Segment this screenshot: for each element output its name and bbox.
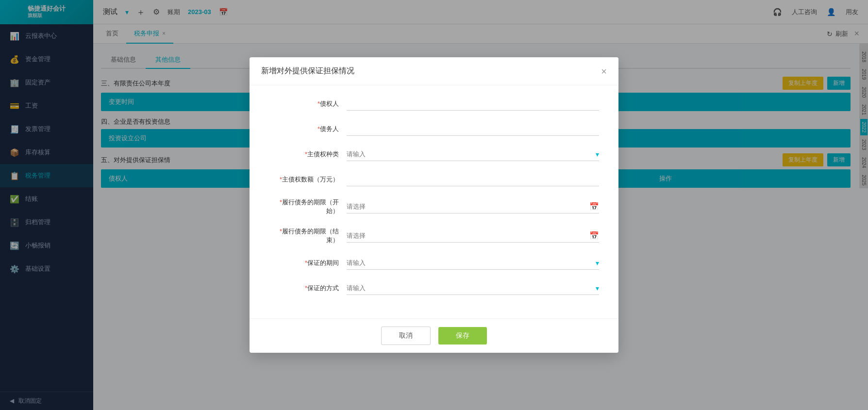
dialog-close-btn[interactable]: × [601,66,607,76]
field-creditor-row: *债权人 [269,97,599,111]
field-debtor-label: *债务人 [269,125,347,133]
field-period-end-row: *履行债务的期限（结束） 📅 [269,227,599,245]
field-creditor-label: *债权人 [269,99,347,108]
field-guarantee-method-label: *保证的方式 [269,284,347,293]
field-claim-type-wrapper: ▾ [347,148,599,161]
field-debtor-input[interactable] [347,122,599,136]
cancel-button[interactable]: 取消 [381,327,431,345]
field-creditor-input[interactable] [347,97,599,111]
save-button[interactable]: 保存 [438,327,487,344]
modal-overlay: 新增对外提供保证担保情况 × *债权人 *债务人 *主债权种类 [0,0,868,410]
field-claim-type-row: *主债权种类 ▾ [269,148,599,161]
field-guarantee-period-input[interactable] [347,256,596,269]
field-debtor-row: *债务人 [269,122,599,136]
guarantee-period-chevron-icon[interactable]: ▾ [596,259,599,267]
field-claim-type-input[interactable] [347,148,596,161]
field-guarantee-method-input[interactable] [347,281,596,295]
dialog-title: 新增对外提供保证担保情况 [261,66,354,76]
period-start-calendar-icon[interactable]: 📅 [589,202,599,211]
field-guarantee-period-row: *保证的期间 ▾ [269,256,599,270]
field-period-start-wrapper: 📅 [347,200,599,213]
field-claim-amount-row: *主债权数额（万元） [269,173,599,186]
field-period-start-row: *履行债务的期限（开始） 📅 [269,198,599,215]
field-claim-amount-input[interactable] [347,173,599,186]
field-period-end-input[interactable] [347,229,589,242]
field-guarantee-period-label: *保证的期间 [269,259,347,267]
dialog-body: *债权人 *债务人 *主债权种类 ▾ *主债 [250,85,618,318]
dialog-footer: 取消 保存 [250,318,618,353]
dialog: 新增对外提供保证担保情况 × *债权人 *债务人 *主债权种类 [250,57,618,353]
field-claim-amount-label: *主债权数额（万元） [269,175,347,184]
field-claim-type-label: *主债权种类 [269,150,347,159]
guarantee-method-chevron-icon[interactable]: ▾ [596,284,599,292]
period-end-calendar-icon[interactable]: 📅 [589,231,599,240]
field-period-end-wrapper: 📅 [347,229,599,243]
field-period-end-label: *履行债务的期限（结束） [269,227,347,245]
field-guarantee-method-row: *保证的方式 ▾ [269,281,599,295]
field-guarantee-method-wrapper: ▾ [347,281,599,295]
field-period-start-label: *履行债务的期限（开始） [269,198,347,215]
field-period-start-input[interactable] [347,200,589,213]
field-guarantee-period-wrapper: ▾ [347,256,599,270]
claim-type-chevron-icon[interactable]: ▾ [596,150,599,158]
dialog-header: 新增对外提供保证担保情况 × [250,57,618,85]
